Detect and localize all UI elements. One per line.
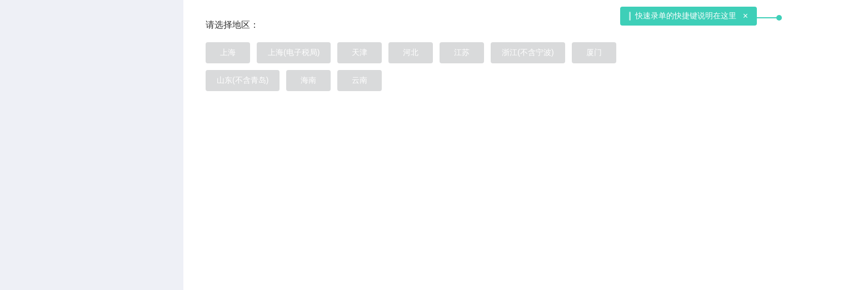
main-content: 请选择地区： 上海 上海(电子税局) 天津 河北 江苏 浙江(不含宁波) 厦门 … (183, 0, 868, 290)
tooltip-close-button[interactable]: × (743, 12, 748, 21)
dot-connector (776, 15, 782, 21)
region-btn-shanghai[interactable]: 上海 (206, 42, 250, 63)
region-btn-shandong[interactable]: 山东(不含青岛) (206, 70, 280, 91)
region-btn-hainan[interactable]: 海南 (286, 70, 331, 91)
region-btn-shanghai-etax[interactable]: 上海(电子税局) (257, 42, 331, 63)
region-btn-zhejiang[interactable]: 浙江(不含宁波) (491, 42, 565, 63)
dot-line (757, 17, 779, 18)
region-btn-yunnan[interactable]: 云南 (337, 70, 382, 91)
region-btn-hebei[interactable]: 河北 (388, 42, 433, 63)
region-btn-jiangsu[interactable]: 江苏 (440, 42, 484, 63)
tooltip-banner: 快速录单的快捷键说明在这里 × (620, 7, 757, 26)
tooltip-text: 快速录单的快捷键说明在这里 (635, 11, 736, 21)
tooltip-left-bar (629, 12, 631, 21)
left-sidebar (0, 0, 183, 290)
region-btn-xiamen[interactable]: 厦门 (572, 42, 616, 63)
region-row-1: 上海 上海(电子税局) 天津 河北 江苏 浙江(不含宁波) 厦门 (206, 42, 846, 63)
region-row-2: 山东(不含青岛) 海南 云南 (206, 70, 846, 91)
region-btn-tianjin[interactable]: 天津 (337, 42, 382, 63)
